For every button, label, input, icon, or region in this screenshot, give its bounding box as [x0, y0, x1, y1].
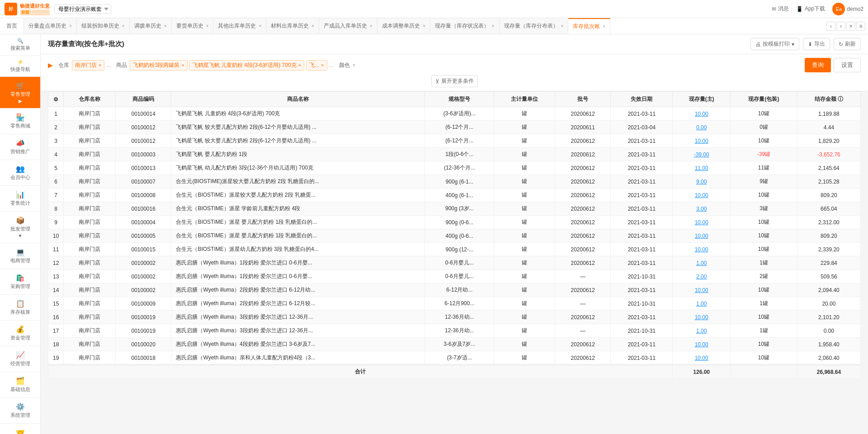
- tab-next-btn[interactable]: ›: [836, 22, 845, 31]
- sidebar-item-system[interactable]: ⚙️ 系统管理: [0, 398, 40, 424]
- row-qty-main[interactable]: 0.00: [673, 121, 731, 134]
- row-amount: 2,339.20: [797, 243, 860, 256]
- tab-prev-btn[interactable]: ‹: [826, 22, 835, 31]
- sidebar-item-operation[interactable]: 📈 经营管理: [0, 346, 40, 372]
- row-qty-main[interactable]: 10.00: [673, 338, 731, 351]
- sidebar-item-marketing[interactable]: 📣 营销推广: [0, 134, 40, 160]
- tab-close-icon[interactable]: ×: [492, 24, 495, 28]
- sidebar-item-corp[interactable]: 🤝 企业协同: [0, 424, 40, 434]
- filter-expand-arrow[interactable]: ▶: [48, 61, 53, 69]
- sidebar-item-ecom[interactable]: 💻 电商管理: [0, 243, 40, 269]
- tab-close-icon[interactable]: ×: [603, 24, 605, 29]
- sidebar-item-wholesale[interactable]: 📦 批发管理 ▼: [0, 212, 40, 243]
- tab-item[interactable]: 成本调整单历史×: [377, 18, 430, 34]
- row-qty-main[interactable]: 10.00: [673, 229, 731, 243]
- row-qty-main[interactable]: 2.00: [673, 270, 731, 283]
- sidebar-search[interactable]: 🔍 搜索英单: [0, 34, 40, 56]
- tab-close-icon[interactable]: ×: [164, 24, 167, 28]
- warehouse-more[interactable]: ...: [106, 62, 111, 68]
- tab-close-all-btn[interactable]: ×: [846, 22, 855, 31]
- tab-item[interactable]: 组装拆卸单历史×: [77, 18, 130, 34]
- tab-close-icon[interactable]: ×: [122, 24, 125, 28]
- table-row: 13 南岸门店 00100002 惠氏启膳（Wyeth illuma）1段奶粉 …: [48, 270, 861, 283]
- warehouse-tag[interactable]: 南岸门店 ×: [72, 60, 104, 71]
- row-qty-main[interactable]: 10.00: [673, 283, 731, 297]
- row-qty-main[interactable]: 10.00: [673, 351, 731, 365]
- table-container: ⚙ 仓库名称 商品编码 商品名称 规格型号 主计量单位 批号 失效日期 现存量(…: [41, 91, 868, 434]
- refresh-btn[interactable]: ↻ 刷新: [834, 38, 861, 50]
- row-qty-main[interactable]: 3.00: [673, 202, 731, 216]
- user-area[interactable]: Ea demo2: [832, 3, 863, 15]
- row-qty-main[interactable]: 10.00: [673, 311, 731, 324]
- product-tag2-close-icon[interactable]: ×: [298, 62, 301, 68]
- color-dropdown[interactable]: ▾: [353, 62, 355, 68]
- row-qty-main[interactable]: 1.00: [673, 256, 731, 270]
- tab-close-icon[interactable]: ×: [259, 24, 261, 28]
- sidebar-item-purchase[interactable]: 🛍️ 采购管理: [0, 269, 40, 295]
- tab-item[interactable]: 产成品入库单历史×: [319, 18, 377, 34]
- download-btn[interactable]: 📱 App下载: [796, 5, 825, 13]
- print-btn[interactable]: 🖨 按模板打印 ▾: [750, 38, 799, 50]
- row-name: 合生元（BIOSTIME）派星幼儿配方奶粉 3段 乳糖蛋白的4...: [171, 243, 425, 256]
- sidebar-item-retail[interactable]: 🛒 零售管理 ▶: [0, 77, 40, 108]
- tab-item[interactable]: 现存量（库存分布表）×: [500, 18, 569, 34]
- tab-item[interactable]: 要货单历史×: [172, 18, 214, 34]
- row-qty-main[interactable]: -39.00: [673, 148, 731, 161]
- row-unit: 罐: [494, 324, 555, 338]
- row-unit: 罐: [494, 311, 555, 324]
- tab-menu-btn[interactable]: ≡: [856, 22, 865, 31]
- workspace-selector[interactable]: 母婴行业演示账套: [54, 5, 111, 14]
- row-qty-main[interactable]: 10.00: [673, 107, 731, 121]
- tab-close-icon[interactable]: ×: [311, 24, 314, 28]
- settings-btn[interactable]: 设置: [834, 58, 861, 72]
- row-qty-main[interactable]: 10.00: [673, 134, 731, 148]
- row-qty-main[interactable]: 10.00: [673, 189, 731, 202]
- tab-close-icon[interactable]: ×: [206, 24, 209, 28]
- row-spec: 3-6岁及7岁...: [425, 338, 494, 351]
- tab-home[interactable]: 首页: [0, 18, 24, 34]
- product-tag1-close-icon[interactable]: ×: [181, 62, 184, 68]
- row-no: 9: [48, 216, 64, 229]
- sidebar-item-finance[interactable]: 💰 资金管理: [0, 321, 40, 346]
- tab-item[interactable]: 其他出库单历史×: [213, 18, 266, 34]
- row-qty-main[interactable]: 11.00: [673, 161, 731, 175]
- row-warehouse: 南岸门店: [64, 256, 116, 270]
- tab-item-active[interactable]: 库存批次账×: [568, 18, 610, 34]
- sidebar-item-stats[interactable]: 📊 零售统计: [0, 186, 40, 212]
- row-qty-main[interactable]: 10.00: [673, 243, 731, 256]
- row-code: 00100002: [115, 270, 171, 283]
- row-qty-main[interactable]: 10.00: [673, 216, 731, 229]
- table-row: 9 南岸门店 00100004 合生元（BIOSTIME）派星 婴儿配方奶粉 1…: [48, 216, 861, 229]
- warehouse-tag-close-icon[interactable]: ×: [99, 62, 101, 68]
- row-qty-main[interactable]: 9.00: [673, 175, 731, 189]
- sidebar-item-member[interactable]: 👥 会员中心: [0, 160, 40, 186]
- product-tag-3[interactable]: 飞... ×: [306, 60, 327, 71]
- product-tag-1[interactable]: 飞鹤奶粉3段两罐装 ×: [130, 60, 187, 71]
- sidebar-item-inventory[interactable]: 📋 库存核算: [0, 295, 40, 321]
- tab-item[interactable]: 分量盘点单历史×: [24, 18, 77, 34]
- tab-close-icon[interactable]: ×: [561, 24, 564, 28]
- row-code: 00100016: [115, 202, 171, 216]
- tab-close-icon[interactable]: ×: [69, 24, 72, 28]
- export-btn[interactable]: ⬇ 导出: [803, 38, 830, 50]
- sidebar-item-shop[interactable]: 🏪 零售商城: [0, 108, 40, 134]
- row-qty-pack: 0罐: [731, 121, 797, 134]
- message-btn[interactable]: ✉ 消息: [772, 5, 789, 13]
- sidebar-item-basic[interactable]: 🗂️ 基础信息: [0, 372, 40, 398]
- row-qty-main[interactable]: 1.00: [673, 297, 731, 311]
- product-tag-2[interactable]: 飞鹤星飞帆 儿童奶粉 4段(3-6岁适用) 700克 ×: [189, 60, 304, 71]
- product-more[interactable]: ...: [329, 62, 334, 68]
- product-tag3-close-icon[interactable]: ×: [321, 62, 324, 68]
- expand-more-btn[interactable]: ⊻ 展开更多条件: [431, 75, 478, 87]
- row-amount: 2,094.40: [797, 283, 860, 297]
- row-batch: 20200612: [555, 175, 611, 189]
- tab-item[interactable]: 调拨单历史×: [130, 18, 172, 34]
- tab-item[interactable]: 材料出库单历史×: [266, 18, 319, 34]
- sidebar-quick-nav[interactable]: ⚡ 快捷导航: [0, 56, 40, 77]
- row-qty-main[interactable]: 1.00: [673, 324, 731, 338]
- col-settings-header[interactable]: ⚙: [48, 92, 64, 107]
- query-btn[interactable]: 查询: [805, 58, 831, 72]
- tab-item[interactable]: 现存量（库存状况表）×: [430, 18, 500, 34]
- tab-close-icon[interactable]: ×: [370, 24, 373, 28]
- tab-close-icon[interactable]: ×: [423, 24, 425, 28]
